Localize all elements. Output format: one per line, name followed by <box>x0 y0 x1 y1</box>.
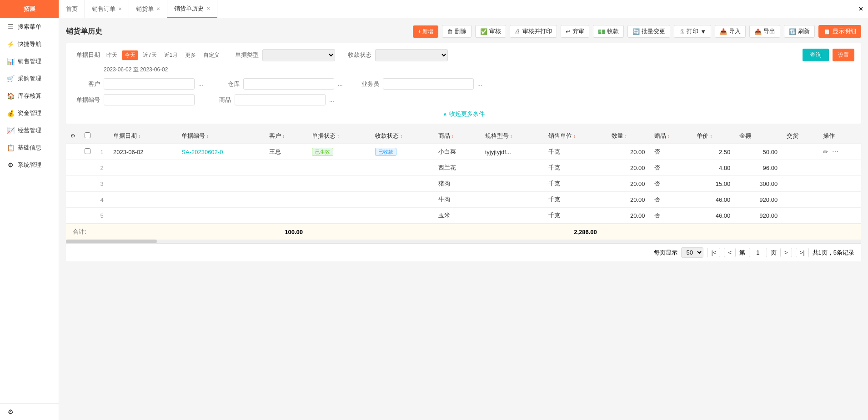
row4-gear <box>66 192 80 208</box>
spec-column-header[interactable]: 规格型号↕ <box>481 128 544 144</box>
tab-sales-delivery[interactable]: 销货单 ✕ <box>129 0 167 18</box>
doc-num-column-header[interactable]: 单据编号↕ <box>177 128 265 144</box>
gear-column-header[interactable]: ⚙ <box>66 128 80 144</box>
main-table: ⚙ 单据日期↕ 单据编号↕ 客户↕ 单据状态↕ 收款状态↕ 商品↕ 规格型号↕ … <box>66 128 861 224</box>
page-number-input[interactable] <box>749 248 767 257</box>
product-sort-icon: ↕ <box>452 134 454 139</box>
row5-transaction <box>782 208 818 224</box>
scrollbar-thumb[interactable] <box>66 240 157 243</box>
date-btn-today[interactable]: 今天 <box>122 50 138 60</box>
header-row: ⚙ 单据日期↕ 单据编号↕ 客户↕ 单据状态↕ 收款状态↕ 商品↕ 规格型号↕ … <box>66 128 861 144</box>
row4-docnum <box>177 192 265 208</box>
sidebar-item-settings-bottom[interactable]: ⚙ <box>0 404 59 420</box>
customer-more-dots[interactable]: ... <box>198 80 203 87</box>
warehouse-input[interactable] <box>243 78 334 90</box>
tab-sales-order-label: 销售订单 <box>92 5 115 13</box>
row5-docstatus <box>307 208 371 224</box>
qty-column-header[interactable]: 数量↕ <box>607 128 650 144</box>
row1-checkbox[interactable] <box>80 144 95 160</box>
row1-date: 2023-06-02 <box>109 144 177 160</box>
product-column-header[interactable]: 商品↕ <box>434 128 481 144</box>
tab-home[interactable]: 首页 <box>59 0 85 18</box>
audit-print-button[interactable]: 🖨 审核并打印 <box>510 25 557 38</box>
sidebar-item-inventory[interactable]: 🏠 库存核算 <box>0 87 59 105</box>
unit-column-header[interactable]: 销售单位↕ <box>544 128 607 144</box>
row5-docnum <box>177 208 265 224</box>
audit-print-icon: 🖨 <box>515 28 521 35</box>
collect-button[interactable]: 💵 收款 <box>593 25 624 38</box>
product-filter-input[interactable] <box>235 94 326 105</box>
next-page-button[interactable]: > <box>780 248 792 257</box>
filter-section: 单据日期 昨天 今天 近7天 近1月 更多 自定义 单据类型 <box>66 43 861 124</box>
filter-settings-button[interactable]: 设置 <box>833 49 854 61</box>
delete-button[interactable]: 🗑 删除 <box>442 25 472 38</box>
row3-transaction <box>782 176 818 192</box>
gift-column-header[interactable]: 赠品↕ <box>650 128 692 144</box>
sidebar-item-system[interactable]: ⚙ 系统管理 <box>0 156 59 174</box>
row1-select-checkbox[interactable] <box>85 148 90 154</box>
select-all-checkbox[interactable] <box>85 132 90 138</box>
audit-button[interactable]: ✅ 审核 <box>475 25 506 38</box>
date-column-header[interactable]: 单据日期↕ <box>109 128 177 144</box>
refresh-button[interactable]: 🔃 刷新 <box>784 25 815 38</box>
batch-change-button[interactable]: 🔄 批量变更 <box>627 25 670 38</box>
warehouse-more-dots[interactable]: ... <box>338 80 343 87</box>
tab-sales-order[interactable]: 销售订单 ✕ <box>85 0 129 18</box>
collapse-button[interactable]: ∧ 收起更多条件 <box>73 110 854 118</box>
payment-status-select[interactable] <box>375 49 448 61</box>
page-size-select[interactable]: 50 <box>681 247 703 258</box>
sidebar-item-search-menu[interactable]: ☰ 搜索菜单 <box>0 18 59 35</box>
date-btn-7days[interactable]: 近7天 <box>140 50 160 60</box>
sidebar-item-basic-info[interactable]: 📋 基础信息 <box>0 139 59 156</box>
salesperson-more-dots[interactable]: ... <box>477 80 482 87</box>
checkbox-column-header[interactable] <box>80 128 95 144</box>
payment-status-column-header[interactable]: 收款状态↕ <box>371 128 434 144</box>
tab-sales-history[interactable]: 销货单历史 ✕ <box>167 0 217 18</box>
prev-page-button[interactable]: < <box>724 248 736 257</box>
salesperson-input[interactable] <box>383 78 474 90</box>
customer-column-header[interactable]: 客户↕ <box>265 128 307 144</box>
settings-bottom-icon: ⚙ <box>7 408 14 415</box>
query-button[interactable]: 查询 <box>803 49 829 61</box>
tab-sales-delivery-close[interactable]: ✕ <box>156 6 160 11</box>
customer-input[interactable] <box>104 78 195 90</box>
horizontal-scrollbar[interactable] <box>66 240 861 243</box>
transaction-column-header: 交货 <box>782 128 818 144</box>
date-btn-yesterday[interactable]: 昨天 <box>104 50 120 60</box>
discard-button[interactable]: ↩ 弃审 <box>561 25 589 38</box>
collect-icon: 💵 <box>598 28 605 35</box>
row1-product: 小白菜 <box>434 144 481 160</box>
row3-product: 猪肉 <box>434 176 481 192</box>
row1-edit-icon[interactable]: ✏ <box>823 148 828 155</box>
new-button[interactable]: + 新增 <box>413 25 438 38</box>
doc-type-select[interactable] <box>262 49 335 61</box>
import-button[interactable]: 📥 导入 <box>715 25 746 38</box>
sidebar-logo: 拓展 <box>0 0 59 18</box>
date-range-display: 2023-06-02 至 2023-06-02 <box>73 66 168 74</box>
payment-status-label: 收款状态 <box>344 51 371 59</box>
date-btn-1month[interactable]: 近1月 <box>161 50 181 60</box>
tab-sales-history-close[interactable]: ✕ <box>206 6 210 11</box>
last-page-button[interactable]: >| <box>796 248 809 257</box>
sidebar-item-finance[interactable]: 💰 资金管理 <box>0 105 59 122</box>
docstatus-sort-icon: ↕ <box>337 134 339 139</box>
date-btn-more[interactable]: 更多 <box>182 50 199 60</box>
row1-more-icon[interactable]: ⋯ <box>832 148 838 155</box>
export-button[interactable]: 📤 导出 <box>749 25 780 38</box>
product-more-dots[interactable]: ... <box>329 96 334 103</box>
date-btn-custom[interactable]: 自定义 <box>201 50 222 60</box>
sidebar-item-purchase[interactable]: 🛒 采购管理 <box>0 70 59 87</box>
first-page-button[interactable]: |< <box>707 248 720 257</box>
sidebar-item-quick-nav[interactable]: ⚡ 快捷导航 <box>0 35 59 53</box>
doc-status-column-header[interactable]: 单据状态↕ <box>307 128 371 144</box>
tab-sales-order-close[interactable]: ✕ <box>118 6 122 11</box>
show-details-button[interactable]: 📋 显示明细 <box>818 25 861 38</box>
gift-sort-icon: ↕ <box>667 134 670 139</box>
print-button[interactable]: 🖨 打印 ▼ <box>674 25 711 38</box>
doc-number-input[interactable] <box>104 94 195 105</box>
sidebar-item-sales[interactable]: 📊 销售管理 <box>0 53 59 70</box>
tab-close-all[interactable]: ✕ <box>854 0 868 18</box>
row1-docnum[interactable]: SA-20230602-0 <box>177 144 265 160</box>
sidebar-item-operations[interactable]: 📈 经营管理 <box>0 122 59 139</box>
price-column-header[interactable]: 单价↕ <box>692 128 735 144</box>
